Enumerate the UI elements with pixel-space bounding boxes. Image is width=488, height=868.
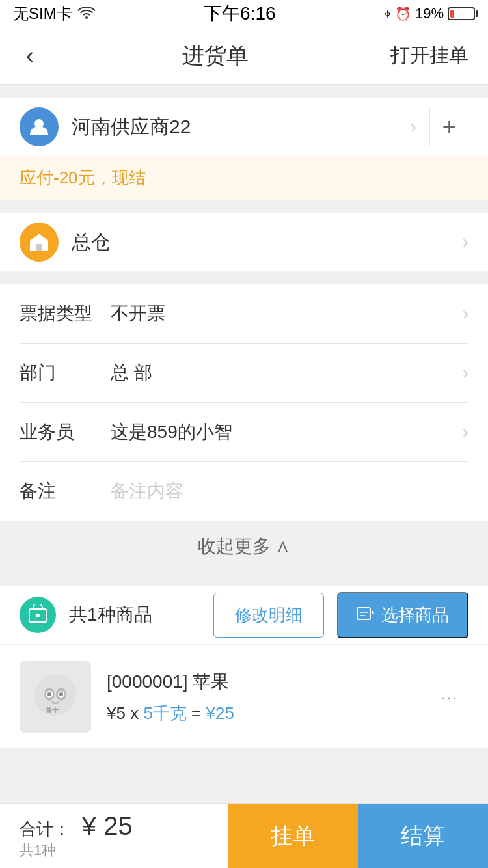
settle-button[interactable]: 结算 — [358, 804, 488, 869]
nav-bar: ‹ 进货单 打开挂单 — [0, 27, 488, 85]
wifi-icon — [77, 5, 96, 23]
warehouse-name: 总仓 — [72, 229, 463, 256]
svg-rect-1 — [36, 244, 42, 251]
svg-point-3 — [36, 614, 40, 617]
owl-logo: 兽十 — [33, 672, 78, 722]
battery-icon — [448, 7, 475, 20]
svg-point-11 — [59, 692, 63, 696]
divider-1 — [0, 85, 488, 98]
invoice-type-label: 票据类型 — [20, 301, 111, 326]
divider-4 — [0, 573, 488, 586]
remark-row[interactable]: 备注 备注内容 — [0, 462, 488, 521]
product-total: ¥25 — [206, 703, 234, 723]
back-button[interactable]: ‹ — [20, 36, 40, 76]
products-icon — [20, 597, 56, 633]
svg-rect-4 — [357, 608, 370, 619]
multiply-sign: x — [130, 703, 143, 723]
products-header: 共1种商品 修改明细 选择商品 — [0, 586, 488, 644]
product-more-button[interactable]: ··· — [429, 684, 468, 710]
product-title: 苹果 — [193, 671, 229, 692]
add-supplier-button[interactable]: + — [429, 107, 468, 146]
status-icons: ⌖ ⏰ 19% — [384, 5, 475, 22]
total-amount: ¥ 25 — [82, 811, 133, 840]
page-title: 进货单 — [182, 41, 249, 71]
form-section: 票据类型 不开票 › 部门 总 部 › 业务员 这是859的小智 › 备注 备注… — [0, 284, 488, 521]
chevron-right-icon: › — [411, 116, 416, 137]
select-product-button[interactable]: 选择商品 — [337, 592, 468, 638]
salesman-value: 这是859的小智 — [111, 420, 463, 444]
equals-sign: = — [191, 703, 206, 723]
collapse-label: 收起更多 ∧ — [198, 534, 291, 559]
divider-2 — [0, 200, 488, 213]
invoice-type-value: 不开票 — [111, 301, 463, 326]
supplier-name: 河南供应商22 — [72, 114, 411, 141]
product-unit-price: ¥5 — [107, 703, 126, 723]
warehouse-row[interactable]: 总仓 › — [0, 213, 488, 271]
department-label: 部门 — [20, 360, 111, 385]
no-sim-text: 无SIM卡 — [13, 3, 72, 24]
invoice-type-row[interactable]: 票据类型 不开票 › — [0, 284, 488, 343]
footer: 合计： ¥ 25 共1种 挂单 结算 — [0, 803, 488, 868]
collapse-row[interactable]: 收起更多 ∧ — [0, 521, 488, 573]
settle-label: 结算 — [401, 821, 445, 851]
status-bar: 无SIM卡 下午6:16 ⌖ ⏰ 19% — [0, 0, 488, 27]
product-quantity: 5千克 — [143, 703, 186, 723]
products-section: 共1种商品 修改明细 选择商品 — [0, 586, 488, 644]
battery-percent: 19% — [415, 5, 444, 22]
svg-point-10 — [47, 692, 51, 696]
product-item: 兽十 [0000001] 苹果 ¥5 x 5千克 = ¥25 ··· — [0, 645, 488, 748]
salesman-row[interactable]: 业务员 这是859的小智 › — [0, 403, 488, 461]
supplier-row[interactable]: 河南供应商22 › + — [0, 98, 488, 156]
product-name: [0000001] 苹果 — [107, 670, 429, 694]
select-product-label: 选择商品 — [381, 604, 449, 627]
open-hang-button[interactable]: 打开挂单 — [390, 42, 468, 69]
salesman-label: 业务员 — [20, 420, 111, 444]
supplier-avatar — [20, 107, 59, 146]
salesman-chevron: › — [463, 422, 468, 442]
hang-label: 挂单 — [271, 821, 315, 851]
supplier-section: 河南供应商22 › + 应付-20元，现结 — [0, 98, 488, 200]
remark-input[interactable]: 备注内容 — [111, 479, 468, 504]
department-row[interactable]: 部门 总 部 › — [0, 344, 488, 402]
alarm-icon: ⏰ — [395, 6, 411, 21]
supplier-notice: 应付-20元，现结 — [0, 156, 488, 200]
invoice-chevron: › — [463, 303, 468, 324]
edit-detail-button[interactable]: 修改明细 — [213, 593, 324, 638]
location-icon: ⌖ — [384, 7, 391, 21]
product-code: [0000001] — [107, 671, 188, 692]
warehouse-chevron: › — [463, 232, 468, 252]
product-price: ¥5 x 5千克 = ¥25 — [107, 702, 429, 725]
product-info: [0000001] 苹果 ¥5 x 5千克 = ¥25 — [107, 670, 429, 725]
warehouse-icon — [20, 223, 59, 262]
products-count: 共1种商品 — [69, 603, 213, 627]
department-value: 总 部 — [111, 360, 463, 385]
hang-button[interactable]: 挂单 — [228, 804, 358, 869]
divider-3 — [0, 271, 488, 284]
status-network: 无SIM卡 — [13, 3, 96, 24]
footer-total-area: 合计： ¥ 25 共1种 — [0, 811, 228, 860]
status-time: 下午6:16 — [204, 1, 276, 26]
total-label: 合计： — [20, 819, 70, 839]
warehouse-section: 总仓 › — [0, 213, 488, 271]
remark-label: 备注 — [20, 479, 111, 504]
svg-text:兽十: 兽十 — [46, 707, 59, 714]
department-chevron: › — [463, 362, 468, 383]
footer-count: 共1种 — [20, 841, 208, 860]
product-thumbnail: 兽十 — [20, 661, 91, 733]
